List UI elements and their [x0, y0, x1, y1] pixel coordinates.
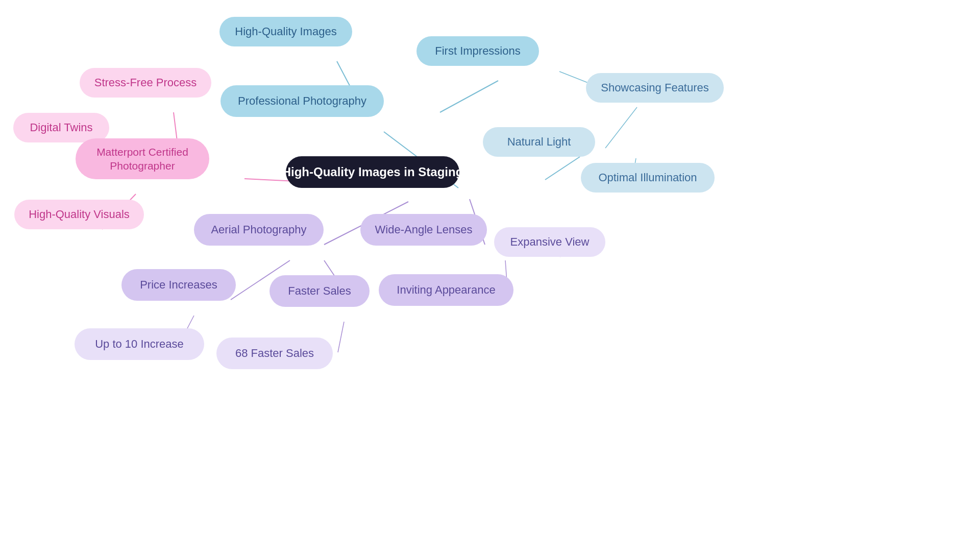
center-node: High-Quality Images in Staging	[286, 156, 459, 188]
natural-light-node: Natural Light	[483, 127, 595, 157]
showcasing-features-node: Showcasing Features	[586, 73, 724, 103]
wide-angle-node: Wide-Angle Lenses	[360, 214, 487, 246]
high-quality-images-node: High-Quality Images	[219, 17, 352, 46]
matterport-label: Matterport Certified Photographer	[96, 145, 188, 173]
matterport-node: Matterport Certified Photographer	[76, 138, 209, 179]
inviting-appearance-node: Inviting Appearance	[379, 274, 513, 306]
high-quality-visuals-node: High-Quality Visuals	[14, 200, 144, 229]
expansive-view-node: Expansive View	[494, 227, 605, 257]
svg-line-2	[440, 81, 498, 112]
stress-free-node: Stress-Free Process	[80, 68, 211, 98]
up-to-10-node: Up to 10 Increase	[75, 328, 204, 360]
professional-photography-node: Professional Photography	[220, 85, 384, 117]
price-increases-node: Price Increases	[121, 269, 236, 301]
svg-line-15	[338, 322, 344, 352]
faster-sales-node: Faster Sales	[270, 275, 370, 307]
aerial-photography-node: Aerial Photography	[194, 214, 324, 246]
68-faster-sales-node: 68 Faster Sales	[216, 338, 333, 369]
optimal-illumination-node: Optimal Illumination	[581, 163, 715, 193]
svg-line-5	[605, 107, 637, 148]
first-impressions-node: First Impressions	[416, 36, 539, 66]
svg-line-4	[545, 157, 580, 180]
